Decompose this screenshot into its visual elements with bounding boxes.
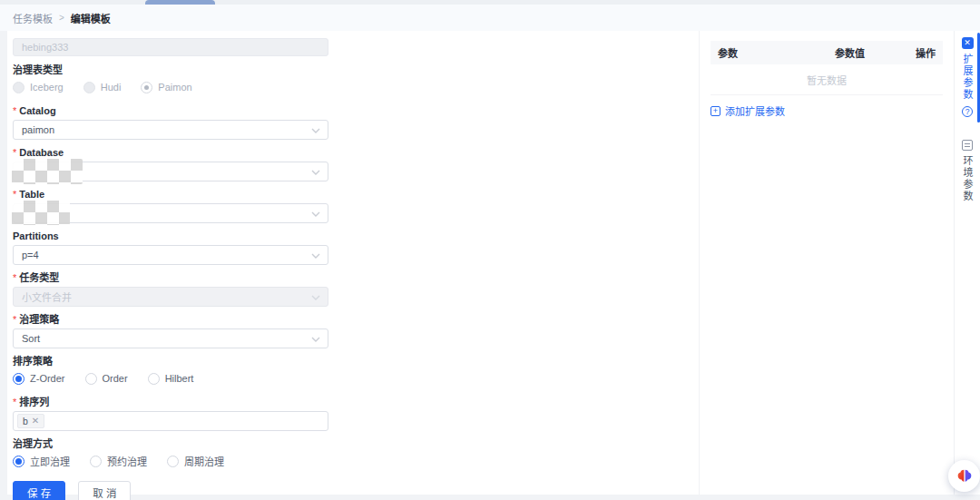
required-asterisk: * xyxy=(13,189,16,200)
radio-icon xyxy=(141,82,152,93)
partitions-select[interactable]: p=4 xyxy=(13,245,328,265)
radio-icon xyxy=(148,373,160,385)
radio-label: Hudi xyxy=(101,82,122,93)
table-label: Table xyxy=(19,189,44,200)
partitions-label: Partitions xyxy=(13,230,59,241)
radio-hilbert[interactable]: Hilbert xyxy=(148,373,194,385)
table-type-label: 治理表类型 xyxy=(13,64,699,75)
params-table-header: 参数 参数值 操作 xyxy=(710,41,943,64)
sort-columns-input[interactable]: b ✕ xyxy=(13,411,328,431)
radio-periodic[interactable]: 周期治理 xyxy=(167,454,224,468)
radio-label: Iceberg xyxy=(30,82,64,93)
chevron-down-icon xyxy=(311,253,320,259)
required-asterisk: * xyxy=(13,397,16,407)
required-asterisk: * xyxy=(13,314,16,325)
tab-extended-params[interactable]: ✕ 扩展参数 ? xyxy=(955,31,980,124)
catalog-value: paimon xyxy=(22,124,54,135)
radio-icon xyxy=(83,82,95,93)
task-type-value: 小文件合并 xyxy=(22,289,72,304)
database-label: Database xyxy=(19,147,64,158)
radio-z-order[interactable]: Z-Order xyxy=(13,373,65,385)
sort-strategy-label: 排序策略 xyxy=(13,356,699,367)
tab-extended-label: 扩展参数 xyxy=(960,54,975,101)
radio-icon xyxy=(13,456,24,467)
sort-columns-label: 排序列 xyxy=(19,397,49,407)
radio-icon xyxy=(85,373,97,385)
radio-icon xyxy=(13,373,24,385)
radio-hudi[interactable]: Hudi xyxy=(83,82,122,93)
radio-iceberg[interactable]: Iceberg xyxy=(13,82,64,93)
breadcrumb: 任务模板 > 编辑模板 xyxy=(0,5,980,31)
strategy-value: Sort xyxy=(22,333,40,344)
radio-label: 周期治理 xyxy=(184,454,224,468)
chevron-down-icon xyxy=(311,170,320,175)
task-type-label: 任务类型 xyxy=(19,272,59,283)
add-param-label: 添加扩展参数 xyxy=(725,103,785,118)
question-icon[interactable]: ? xyxy=(962,106,973,117)
save-button[interactable]: 保 存 xyxy=(13,481,65,500)
tab-environment-label: 环境参数 xyxy=(960,155,975,202)
col-operation: 操作 xyxy=(897,45,943,60)
required-asterisk: * xyxy=(13,272,16,283)
extended-params-panel: 参数 参数值 操作 暂无数据 + 添加扩展参数 xyxy=(701,31,955,495)
params-empty-state: 暂无数据 xyxy=(710,64,943,95)
chevron-down-icon xyxy=(311,337,320,342)
radio-label: 立即治理 xyxy=(30,454,70,468)
radio-icon xyxy=(167,456,179,467)
radio-label: Paimon xyxy=(158,82,191,93)
radio-scheduled[interactable]: 预约治理 xyxy=(90,454,147,468)
radio-label: Hilbert xyxy=(165,373,194,384)
strategy-select[interactable]: Sort xyxy=(13,328,328,348)
redaction-mosaic xyxy=(12,159,83,184)
tab-environment-params[interactable]: 环境参数 xyxy=(955,133,980,210)
ai-assistant-button[interactable] xyxy=(948,460,980,492)
chevron-down-icon xyxy=(311,295,320,300)
partitions-value: p=4 xyxy=(22,250,39,260)
chevron-down-icon xyxy=(311,128,320,133)
tag-label: b xyxy=(23,416,28,426)
radio-immediate[interactable]: 立即治理 xyxy=(13,454,70,468)
template-form: hebing333 治理表类型 Iceberg Hudi Paimon * xyxy=(7,31,700,495)
col-param: 参数 xyxy=(710,45,803,60)
breadcrumb-separator: > xyxy=(59,13,64,23)
governance-mode-radio-group: 立即治理 预约治理 周期治理 xyxy=(13,453,699,469)
col-param-value: 参数值 xyxy=(803,45,896,60)
tag-close-icon[interactable]: ✕ xyxy=(32,417,39,426)
radio-paimon[interactable]: Paimon xyxy=(141,82,191,93)
radio-label: 预约治理 xyxy=(107,454,147,468)
required-asterisk: * xyxy=(13,147,16,158)
redaction-mosaic xyxy=(12,201,70,225)
radio-icon xyxy=(13,82,24,93)
brain-icon xyxy=(956,467,974,485)
close-icon[interactable]: ✕ xyxy=(962,37,974,49)
template-name-input: hebing333 xyxy=(13,38,328,56)
strategy-label: 治理策略 xyxy=(19,314,59,325)
breadcrumb-parent[interactable]: 任务模板 xyxy=(13,11,53,25)
catalog-select[interactable]: paimon xyxy=(13,120,328,140)
database-select[interactable] xyxy=(13,162,328,181)
side-tab-strip: ✕ 扩展参数 ? 环境参数 xyxy=(955,31,980,495)
catalog-label: Catalog xyxy=(19,105,55,116)
chevron-down-icon xyxy=(311,211,320,217)
radio-order[interactable]: Order xyxy=(85,373,128,385)
cancel-button[interactable]: 取 消 xyxy=(78,481,131,500)
table-select[interactable] xyxy=(13,203,328,223)
radio-label: Order xyxy=(103,373,128,384)
sort-column-tag: b ✕ xyxy=(17,414,44,428)
sort-strategy-radio-group: Z-Order Order Hilbert xyxy=(13,370,699,387)
task-type-select: 小文件合并 xyxy=(13,287,328,307)
plus-square-icon: + xyxy=(710,106,720,116)
document-icon xyxy=(962,140,973,151)
table-type-radio-group: Iceberg Hudi Paimon xyxy=(13,79,699,95)
radio-label: Z-Order xyxy=(30,373,65,384)
add-extended-param-button[interactable]: + 添加扩展参数 xyxy=(710,103,785,118)
breadcrumb-current: 编辑模板 xyxy=(71,11,111,25)
radio-icon xyxy=(90,456,102,467)
governance-mode-label: 治理方式 xyxy=(13,438,699,449)
required-asterisk: * xyxy=(13,105,16,116)
edit-template-card: hebing333 治理表类型 Iceberg Hudi Paimon * xyxy=(7,31,980,495)
